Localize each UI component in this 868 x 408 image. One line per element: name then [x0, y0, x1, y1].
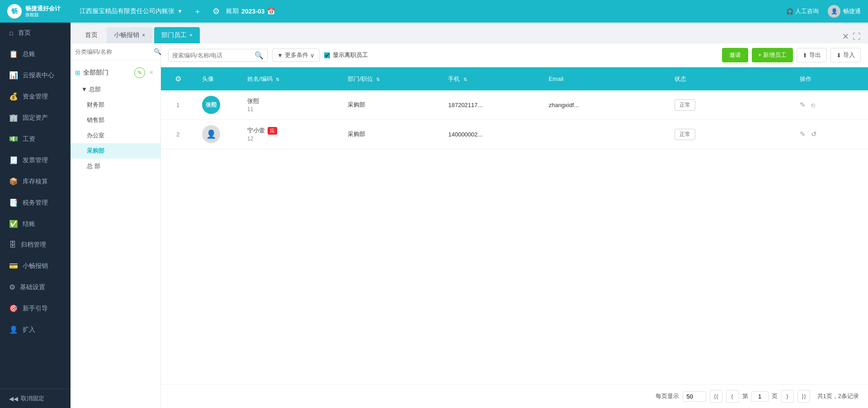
sidebar-item-salary[interactable]: 💵 工资	[0, 128, 71, 150]
sidebar-item-settlement[interactable]: ✅ 结账	[0, 213, 71, 234]
tab-expense[interactable]: 小畅报销 ×	[107, 27, 152, 43]
employee-name: 宁小壹	[247, 127, 265, 135]
employee-search-input[interactable]	[172, 52, 252, 59]
user-menu[interactable]: 👤 畅捷通	[828, 5, 861, 18]
import-button[interactable]: ⬇ 导入	[830, 48, 861, 62]
sidebar-item-fund-mgmt[interactable]: 💰 资金管理	[0, 86, 71, 107]
toolbar-right: 邀请 + 新增员工 ⬆ 导出 ⬇ 导入	[722, 48, 861, 62]
row-num: 1	[161, 90, 195, 120]
next-page-button[interactable]: ⟩	[781, 390, 794, 403]
add-dept-icon[interactable]: ✎	[134, 67, 145, 78]
dept-node-sales[interactable]: 销售部	[71, 113, 160, 128]
dept-node-hq[interactable]: ▼总部	[71, 82, 160, 97]
dept-tree: ⊞ 全部部门 ✎ « ▼总部 财务部	[71, 60, 160, 408]
sidebar-item-tax[interactable]: 📑 税务管理	[0, 192, 71, 213]
page-number-input[interactable]	[751, 391, 769, 402]
employee-search-box: 🔍	[168, 49, 268, 62]
gear-icon: ⚙	[9, 283, 15, 291]
tabs-bar: 首页 小畅报销 × 部门员工 × ✕ ⛶	[71, 23, 868, 43]
period-selector[interactable]: 账期 2023-03 📅	[226, 7, 275, 15]
unpin-button[interactable]: ◀◀ 取消固定	[0, 389, 71, 408]
employee-code: 11	[247, 106, 333, 113]
tab-expense-close-icon[interactable]: ×	[142, 32, 145, 38]
email-cell	[542, 120, 667, 149]
collapse-tree-icon[interactable]: «	[147, 67, 156, 76]
invite-button[interactable]: 邀请	[722, 48, 748, 62]
company-selector[interactable]: 江西服宝精品有限责任公司内账张 ▼	[80, 7, 183, 15]
export-button[interactable]: ⬆ 导出	[797, 48, 827, 62]
more-filter-button[interactable]: ▼ 更多条件 ∨	[272, 48, 320, 62]
col-dept-pos[interactable]: 部门/职位 ⇅	[340, 67, 441, 90]
tab-dept-employee[interactable]: 部门员工 ×	[154, 27, 200, 43]
phone-cell: 140000002...	[441, 120, 541, 149]
sidebar-item-cloud-reports[interactable]: 📊 云报表中心	[0, 65, 71, 86]
sidebar-item-label: 云报表中心	[23, 71, 54, 80]
prev-page-button[interactable]: ⟨	[726, 390, 739, 403]
building-icon: 🏢	[9, 113, 18, 122]
close-all-icon[interactable]: ✕	[842, 32, 849, 42]
sidebar-item-invoice[interactable]: 🧾 发票管理	[0, 150, 71, 171]
sidebar-item-label: 发票管理	[23, 156, 48, 164]
sidebar-item-expense[interactable]: 💳 小畅报销	[0, 255, 71, 277]
delete-button[interactable]: ↺	[811, 130, 817, 138]
col-avatar: 头像	[195, 67, 240, 90]
dept-node-office[interactable]: 办公室	[71, 128, 160, 143]
page-size-label: 每页显示	[656, 392, 679, 400]
dept-node-hq2[interactable]: 总 部	[71, 159, 160, 174]
sidebar-item-label: 总账	[23, 50, 35, 58]
settings-icon[interactable]: ⚙	[211, 5, 222, 18]
sidebar-item-fixed-assets[interactable]: 🏢 固定资产	[0, 107, 71, 128]
expand-icon[interactable]: ⛶	[853, 32, 861, 42]
logo-icon: 畅	[7, 4, 22, 19]
show-resigned-label[interactable]: 显示离职员工	[324, 51, 368, 59]
left-panel: 🔍 ⊞ 全部部门 ✎ «	[71, 43, 161, 408]
add-employee-button[interactable]: + 新增员工	[752, 48, 793, 62]
dept-search-input[interactable]	[75, 48, 151, 55]
sidebar-item-settings[interactable]: ⚙ 基础设置	[0, 277, 71, 298]
dept-node-finance[interactable]: 财务部	[71, 97, 160, 113]
avatar-cell: 👤	[195, 120, 240, 149]
logout-button[interactable]: ⎋	[811, 101, 815, 109]
show-resigned-checkbox[interactable]	[324, 52, 330, 58]
tab-home[interactable]: 首页	[78, 27, 105, 43]
service-button[interactable]: 🎧 人工咨询	[786, 7, 819, 15]
calendar-icon[interactable]: 📅	[267, 8, 275, 15]
tab-dept-employee-label: 部门员工	[161, 31, 187, 39]
employee-search-icon[interactable]: 🔍	[255, 51, 264, 60]
pending-badge: 应	[268, 127, 277, 135]
employee-name: 张熙	[247, 97, 333, 105]
dept-search-icon[interactable]: 🔍	[154, 48, 161, 55]
first-page-button[interactable]: ⟨⟨	[710, 390, 722, 403]
sidebar-item-inventory[interactable]: 📦 库存核算	[0, 171, 71, 192]
dept-pos-cell: 采购部	[340, 120, 441, 149]
dept-search-bar: 🔍	[71, 43, 160, 60]
sidebar-item-label: 归档管理	[21, 241, 46, 249]
sidebar-item-more[interactable]: 👤 扩入	[0, 319, 71, 340]
sidebar-item-general-ledger[interactable]: 📋 总账	[0, 43, 71, 65]
sidebar-item-archive[interactable]: 🗄 归档管理	[0, 234, 71, 255]
all-depts-label: 全部部门	[83, 69, 108, 77]
col-settings[interactable]: ⚙	[161, 67, 195, 90]
filter-icon: ▼	[277, 52, 283, 59]
table-settings-button[interactable]: ⚙	[173, 73, 183, 85]
col-phone[interactable]: 手机 ⇅	[441, 67, 541, 90]
edit-button[interactable]: ✎	[800, 101, 806, 109]
page-size-select[interactable]: 50 10 20 100	[683, 391, 706, 402]
name-code-cell: 张熙 11	[240, 90, 340, 120]
dept-node-purchase[interactable]: 采购部	[71, 143, 160, 159]
last-page-button[interactable]: ⟩⟩	[797, 390, 810, 403]
app-logo: 畅 畅捷通好会计 旗舰版	[7, 4, 71, 19]
sidebar-item-guide[interactable]: 🎯 新手引导	[0, 298, 71, 319]
tab-home-label: 首页	[85, 31, 98, 39]
dept-all-departments[interactable]: ⊞ 全部部门 ✎ «	[71, 64, 160, 82]
company-dropdown-icon[interactable]: ▼	[177, 8, 183, 14]
sidebar-item-home[interactable]: ⌂ 首页	[0, 23, 71, 43]
expand-arrow: ▼	[81, 86, 87, 93]
edit-button[interactable]: ✎	[800, 130, 806, 138]
tab-dept-employee-close-icon[interactable]: ×	[189, 32, 193, 38]
col-name-code[interactable]: 姓名/编码 ⇅	[240, 67, 340, 90]
actions-cell: ✎ ↺	[793, 120, 868, 149]
sidebar-item-label: 资金管理	[23, 93, 48, 101]
status-badge: 正常	[675, 99, 695, 111]
add-tab-button[interactable]: ＋	[192, 4, 203, 19]
